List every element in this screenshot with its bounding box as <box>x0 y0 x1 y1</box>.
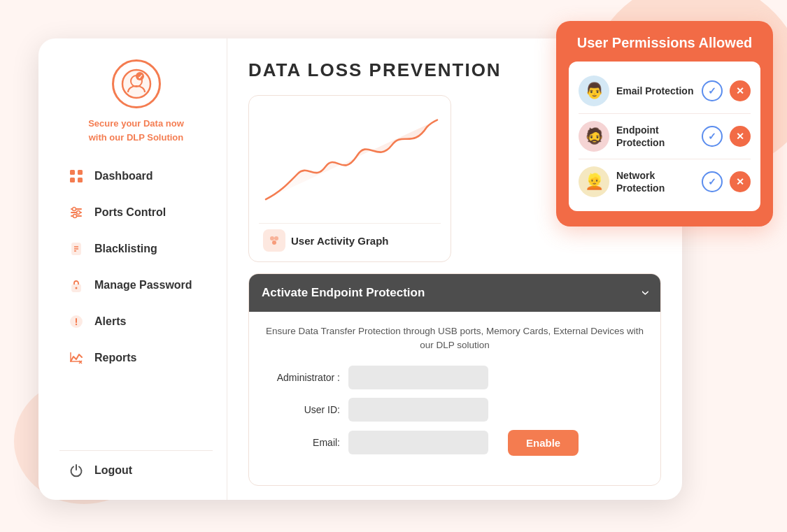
svg-point-28 <box>274 236 278 240</box>
sidebar-item-reports[interactable]: Reports <box>59 343 213 373</box>
avatar-network: 👱 <box>579 166 609 197</box>
svg-rect-7 <box>78 178 83 182</box>
endpoint-header-title: Activate Endpoint Protection <box>262 286 425 300</box>
endpoint-body: Ensure Data Transfer Protection through … <box>249 312 660 477</box>
lock-icon <box>68 277 85 294</box>
email-row: Email: Enable <box>263 430 646 456</box>
email-input[interactable] <box>348 431 488 454</box>
cross-network[interactable]: ✕ <box>730 171 751 192</box>
check-network[interactable]: ✓ <box>702 171 723 192</box>
graph-footer: User Activity Graph <box>259 223 441 254</box>
svg-rect-5 <box>78 170 83 175</box>
permission-row-network: 👱 Network Protection ✓ ✕ <box>579 159 751 204</box>
perm-name-endpoint: Endpoint Protection <box>616 124 695 149</box>
sidebar-item-dashboard[interactable]: Dashboard <box>59 161 213 192</box>
user-id-row: User ID: <box>263 398 646 422</box>
check-endpoint[interactable]: ✓ <box>702 126 723 147</box>
graph-label: User Activity Graph <box>291 235 389 247</box>
endpoint-description: Ensure Data Transfer Protection through … <box>263 324 646 353</box>
sidebar-item-blacklisting[interactable]: Blacklisting <box>59 233 213 264</box>
perm-name-network: Network Protection <box>616 169 695 194</box>
administrator-label: Administrator : <box>263 372 340 383</box>
cross-email[interactable]: ✕ <box>730 80 751 101</box>
svg-point-11 <box>73 208 76 211</box>
sidebar-item-alerts[interactable]: Alerts <box>59 306 213 337</box>
user-id-label: User ID: <box>263 404 340 415</box>
avatar-endpoint: 🧔 <box>579 121 609 152</box>
logout-label: Logout <box>94 464 132 477</box>
chevron-down-icon: › <box>636 290 654 295</box>
sidebar-item-label-ports: Ports Control <box>94 206 166 219</box>
sidebar-item-label-alerts: Alerts <box>94 315 126 328</box>
svg-point-22 <box>76 324 77 325</box>
alert-icon <box>68 313 85 330</box>
graph-footer-icon <box>263 229 285 252</box>
sidebar-item-label-dashboard: Dashboard <box>94 170 153 182</box>
avatar-email: 👨 <box>579 76 609 106</box>
file-icon <box>68 240 85 257</box>
email-label: Email: <box>263 437 340 448</box>
sidebar-item-label-manage-password: Manage Password <box>94 279 192 292</box>
permission-row-email: 👨 Email Protection ✓ ✕ <box>579 69 751 114</box>
sidebar: ✓ Secure your Data now with our DLP Solu… <box>38 38 227 500</box>
logo-icon: ✓ <box>112 59 161 108</box>
user-id-input[interactable] <box>348 398 488 422</box>
administrator-row: Administrator : <box>263 366 646 389</box>
chart-icon <box>68 350 85 366</box>
permissions-card: User Permissions Allowed 👨 Email Protect… <box>556 21 773 227</box>
check-email[interactable]: ✓ <box>702 80 723 101</box>
svg-point-19 <box>76 287 78 289</box>
endpoint-header[interactable]: Activate Endpoint Protection › <box>249 274 660 312</box>
sidebar-item-ports[interactable]: Ports Control <box>59 197 213 228</box>
enable-button[interactable]: Enable <box>508 430 579 456</box>
graph-area <box>259 106 441 217</box>
permissions-title: User Permissions Allowed <box>569 34 760 52</box>
permissions-inner: 👨 Email Protection ✓ ✕ 🧔 Endpoint Protec… <box>569 62 760 211</box>
permission-row-endpoint: 🧔 Endpoint Protection ✓ ✕ <box>579 114 751 159</box>
svg-point-13 <box>73 215 77 218</box>
logout-button[interactable]: Logout <box>59 450 213 486</box>
sliders-icon <box>68 204 85 221</box>
sidebar-item-manage-password[interactable]: Manage Password <box>59 270 213 301</box>
cross-endpoint[interactable]: ✕ <box>730 126 751 147</box>
svg-text:✓: ✓ <box>138 73 143 80</box>
svg-point-12 <box>77 211 80 215</box>
logo-text: Secure your Data now with our DLP Soluti… <box>88 117 184 144</box>
svg-rect-6 <box>70 178 75 182</box>
endpoint-card: Activate Endpoint Protection › Ensure Da… <box>248 273 661 486</box>
sidebar-item-label-blacklisting: Blacklisting <box>94 243 157 255</box>
nav-items: Dashboard Ports Control <box>59 161 213 445</box>
grid-icon <box>68 168 85 185</box>
logo-area: ✓ Secure your Data now with our DLP Solu… <box>59 59 213 144</box>
svg-point-27 <box>270 236 274 240</box>
graph-card: User Activity Graph <box>248 95 451 262</box>
perm-name-email: Email Protection <box>616 85 695 97</box>
power-icon <box>68 462 85 479</box>
svg-rect-4 <box>70 170 75 175</box>
svg-point-29 <box>272 240 276 245</box>
sidebar-item-label-reports: Reports <box>94 352 136 364</box>
administrator-input[interactable] <box>348 366 488 389</box>
